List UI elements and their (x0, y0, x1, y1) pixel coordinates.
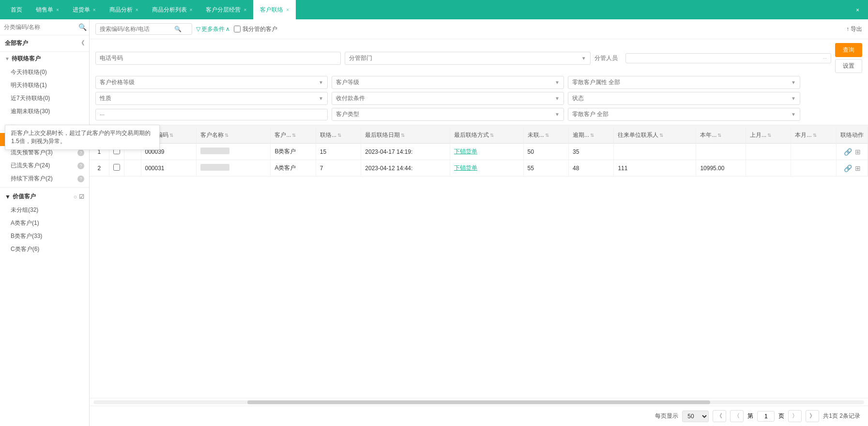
sidebar-item-c-class[interactable]: C类客户(6) (0, 243, 89, 256)
customer-type-field[interactable]: 客户类型 ▼ (332, 108, 564, 121)
row2-code[interactable]: 000031 (141, 160, 197, 176)
status-field[interactable]: 状态 ▼ (568, 92, 800, 105)
retail-customer-field[interactable]: 零散客户 全部 ▼ (568, 108, 800, 121)
manager-dots-icon: ··· (823, 56, 827, 61)
row1-last-way[interactable]: 下销货单 (450, 144, 524, 160)
row1-grid-icon[interactable]: ⊞ (855, 148, 861, 156)
sidebar-item-7days-pending[interactable]: 近7天待联络(0) (0, 92, 89, 105)
row2-checkbox[interactable] (113, 164, 120, 171)
retail-attr-field[interactable]: 零散客户属性 全部 ▼ (568, 76, 800, 89)
close-goods-analysis-tab[interactable]: × (136, 7, 138, 13)
nav-customer-layered[interactable]: 客户分层经营 × (199, 0, 253, 19)
manager-input[interactable]: ··· (625, 53, 831, 63)
last-date-sort-icon[interactable]: ⇅ (401, 132, 405, 138)
sidebar-all-customers-header: 全部客户 《 (0, 35, 89, 52)
close-purchase-tab[interactable]: × (93, 7, 96, 13)
phone-field[interactable]: 电话号码 (95, 52, 341, 65)
retail-customer-dropdown-icon: ▼ (791, 112, 796, 117)
per-page-select[interactable]: 50 20 100 (682, 411, 709, 422)
type-sort-icon[interactable]: ⇅ (292, 132, 296, 138)
row2-check[interactable] (109, 160, 124, 176)
table-row: 2 000031 A类客户 7 2023-04-12 14:44: 下销货单 5… (90, 160, 868, 176)
more-filter-dots[interactable]: ··· (95, 109, 328, 120)
horizontal-scrollbar[interactable] (93, 400, 864, 404)
my-customers-checkbox-label[interactable]: 我分管的客户 (234, 25, 277, 33)
my-customers-checkbox[interactable] (234, 26, 241, 32)
close-customer-layered-tab[interactable]: × (244, 7, 246, 13)
search-button-icon[interactable]: 🔍 (174, 26, 182, 32)
row1-name-blur (200, 147, 229, 154)
sidebar-item-tomorrow-pending[interactable]: 明天待联络(1) (0, 79, 89, 92)
row2-name[interactable] (197, 160, 271, 176)
nav-goods-analysis-list[interactable]: 商品分析列表 × (145, 0, 199, 19)
export-button[interactable]: ↑ 导出 (846, 25, 862, 33)
adv-filter-row1: 电话号码 分管部门 ▼ 分管人员 ··· 查询 设置 (95, 43, 862, 73)
content-area: 🔍 ▽ 更多条件 ∧ 我分管的客户 ↑ 导出 电话号码 (90, 19, 868, 426)
dept-dropdown-icon: ▼ (581, 56, 586, 61)
nav-home[interactable]: 首页 (4, 0, 29, 19)
sidebar-search-icon[interactable]: 🔍 (78, 23, 87, 31)
row1-last-month (746, 144, 791, 160)
more-conditions-button[interactable]: ▽ 更多条件 ∧ (196, 25, 230, 33)
already-lost-info-icon: ? (77, 162, 84, 169)
value-group-edit-icon[interactable]: ☑ (79, 193, 84, 200)
sidebar-collapse-icon[interactable]: 《 (78, 39, 84, 47)
value-group-circle-icon[interactable]: ○ (74, 193, 77, 200)
col-uncontacted-header: 未联...⇅ (523, 127, 568, 144)
nav-customer-contact[interactable]: 客户联络 × (253, 0, 296, 19)
row2-last-way[interactable]: 下销货单 (450, 160, 524, 176)
horizontal-scrollbar-thumb[interactable] (247, 400, 710, 404)
nav-purchase[interactable]: 进货单 × (66, 0, 103, 19)
close-sales-tab[interactable]: × (56, 7, 59, 13)
sidebar-search-input[interactable] (4, 24, 76, 30)
col-contact-header: 联络...⇅ (316, 127, 361, 144)
price-level-field[interactable]: 客户价格等级 ▼ (95, 76, 328, 89)
sidebar-item-continuous-decline[interactable]: 持续下滑客户(2) ? (0, 172, 89, 185)
nav-sales[interactable]: 销售单 × (29, 0, 66, 19)
overdue-sort-icon[interactable]: ⇅ (590, 132, 594, 138)
row1-name[interactable] (197, 144, 271, 160)
sidebar-item-b-class[interactable]: B类客户(33) (0, 230, 89, 243)
row2-grid-icon[interactable]: ⊞ (855, 164, 861, 172)
nav-goods-analysis[interactable]: 商品分析 × (103, 0, 145, 19)
search-input[interactable] (100, 26, 172, 32)
row2-last-way-link[interactable]: 下销货单 (454, 164, 477, 171)
sidebar-item-already-lost[interactable]: 已流失客户(24) ? (0, 159, 89, 172)
manager-field: 分管人员 ··· (594, 53, 831, 63)
dept-field[interactable]: 分管部门 ▼ (345, 52, 590, 65)
last-month-sort-icon[interactable]: ⇅ (767, 132, 771, 138)
next-page-button[interactable]: 〉 (788, 410, 802, 422)
continuous-decline-info-icon: ? (77, 176, 84, 182)
sidebar-item-today-pending[interactable]: 今天待联络(0) (0, 66, 89, 79)
customer-level-field[interactable]: 客户等级 ▼ (332, 76, 564, 89)
close-goods-list-tab[interactable]: × (190, 7, 193, 13)
last-way-sort-icon[interactable]: ⇅ (490, 132, 494, 138)
close-all-button[interactable]: × (851, 5, 864, 14)
payment-field[interactable]: 收付款条件 ▼ (332, 92, 564, 105)
gender-field[interactable]: 性质 ▼ (95, 92, 328, 105)
page-input[interactable] (757, 411, 775, 422)
row1-last-way-link[interactable]: 下销货单 (454, 148, 477, 155)
settings-button[interactable]: 设置 (835, 59, 862, 73)
payment-dropdown-icon: ▼ (555, 96, 560, 101)
prev-page-button[interactable]: 〈 (730, 410, 744, 422)
contact-sort-icon[interactable]: ⇅ (337, 132, 341, 138)
horizontal-scroll-area[interactable] (90, 398, 868, 406)
contact-person-sort-icon[interactable]: ⇅ (659, 132, 663, 138)
uncontacted-sort-icon[interactable]: ⇅ (545, 132, 549, 138)
close-customer-contact-tab[interactable]: × (286, 7, 289, 13)
query-button[interactable]: 查询 (835, 43, 862, 57)
row2-link-icon[interactable]: 🔗 (844, 164, 852, 172)
last-page-button[interactable]: 》 (806, 410, 819, 422)
first-page-button[interactable]: 《 (713, 410, 726, 422)
sidebar-item-overdue-pending[interactable]: 逾期未联络(30) (0, 105, 89, 118)
name-sort-icon[interactable]: ⇅ (225, 132, 228, 138)
row1-link-icon[interactable]: 🔗 (844, 148, 852, 156)
sidebar-item-ungrouped[interactable]: 未分组(32) (0, 204, 89, 217)
this-year-sort-icon[interactable]: ⇅ (717, 132, 721, 138)
code-sort-icon[interactable]: ⇅ (169, 132, 173, 138)
pending-group-label[interactable]: ▼ 待联络客户 (0, 52, 89, 66)
sidebar-item-a-class[interactable]: A类客户(1) (0, 217, 89, 230)
this-month-sort-icon[interactable]: ⇅ (813, 132, 817, 138)
pagination-bar: 每页显示 50 20 100 《 〈 第 页 〉 》 共1页 2条记录 (90, 406, 868, 426)
